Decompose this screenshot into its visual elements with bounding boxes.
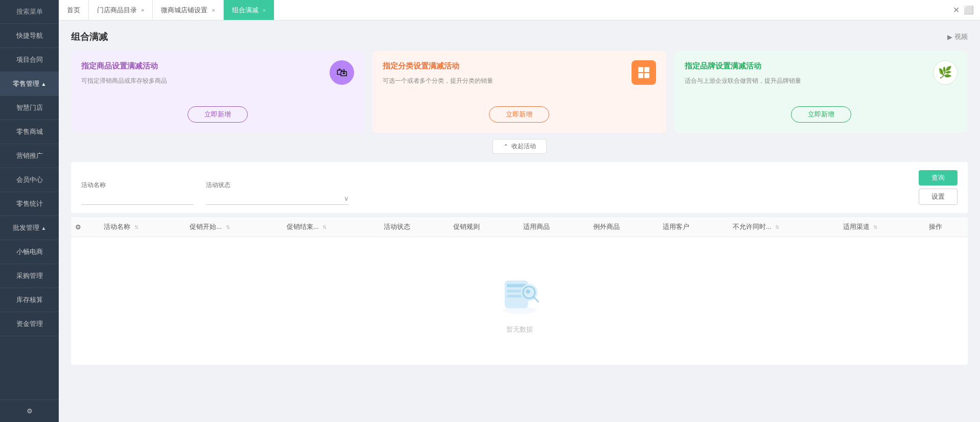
sidebar-search[interactable]: 搜索菜单 [0,0,59,24]
chevron-up-icon: ⌃ [503,143,508,150]
th-excluded-goods: 例外商品 [589,217,659,237]
data-table-wrapper: ⚙ 活动名称 ⇅ 促销开始... ⇅ 促销结束... ⇅ [71,217,968,365]
tab-combo-discount[interactable]: 组合满减× [224,0,274,20]
th-operation: 操作 [925,217,968,237]
content-area: 组合满减 ▶ 视频 🛍 指定商品设置满减活动 可指定滞销商品或库存较多商品 立即… [59,20,980,422]
card-category-icon [632,60,656,85]
gear-icon: ⚙ [27,407,33,415]
chevron-down-icon: ∨ [344,195,349,202]
video-link[interactable]: ▶ 视频 [947,32,968,41]
tab-store-catalog[interactable]: 门店商品目录× [89,0,153,20]
activity-name-field: 活动名称 [81,181,194,205]
th-applicable-channel: 适用渠道 ⇅ [839,217,925,237]
sort-icon-no-concurrent[interactable]: ⇅ [775,224,779,230]
card-brand-icon: 🌿 [933,60,958,85]
settings-button[interactable]: 设置 [919,189,958,205]
empty-state-icon [494,268,545,319]
th-no-concurrent-label: 不允许同时... [733,223,772,230]
tabbar-actions: ✕ ⬜ [947,5,980,15]
page-header: 组合满减 ▶ 视频 [71,31,968,43]
svg-rect-2 [638,73,643,78]
card-product-title: 指定商品设置满减活动 [81,61,354,71]
sidebar-item-wholesale-mgmt[interactable]: 批发管理▲ [0,216,59,240]
sidebar-item-membership[interactable]: 会员中心 [0,168,59,192]
svg-point-12 [526,290,530,294]
table-header: ⚙ 活动名称 ⇅ 促销开始... ⇅ 促销结束... ⇅ [71,217,968,237]
tab-label-store-catalog: 门店商品目录 [97,6,137,15]
sidebar-item-retail-mgmt[interactable]: 零售管理▲ [0,72,59,96]
svg-rect-1 [644,67,649,72]
data-table: ⚙ 活动名称 ⇅ 促销开始... ⇅ 促销结束... ⇅ [71,217,968,237]
tab-close-wechat-store[interactable]: × [212,7,215,13]
sidebar-item-inventory[interactable]: 库存核算 [0,288,59,312]
sort-icon-promo-end[interactable]: ⇅ [322,224,326,230]
collapse-label: 收起活动 [511,142,536,151]
sort-icon-activity-name[interactable]: ⇅ [134,224,138,230]
card-brand-add-button[interactable]: 立即新增 [791,106,851,123]
card-category-add-button[interactable]: 立即新增 [489,106,549,123]
sidebar-footer-settings[interactable]: ⚙ [0,400,59,422]
tab-label-home: 首页 [67,6,80,15]
close-window-button[interactable]: ✕ [953,5,960,15]
th-activity-name-label: 活动名称 [104,223,130,230]
card-brand-desc: 适合与上游企业联合做营销，提升品牌销量 [685,76,876,86]
sidebar-item-smart-store[interactable]: 智慧门店 [0,96,59,120]
collapse-bar: ⌃ 收起活动 [71,139,968,154]
play-circle-icon: ▶ [947,33,952,41]
card-category-title: 指定分类设置满减活动 [383,61,656,71]
th-promo-start: 促销开始... ⇅ [185,217,283,237]
th-no-concurrent: 不允许同时... ⇅ [729,217,839,237]
tabbar: 首页门店商品目录×微商城店铺设置×组合满减× ✕ ⬜ [59,0,980,20]
activity-name-label: 活动名称 [81,181,194,190]
tab-label-wechat-store: 微商城店铺设置 [161,6,207,15]
tab-home[interactable]: 首页 [59,0,89,20]
filter-row: 活动名称 活动状态 ∨ 查询 设置 [71,162,968,213]
sort-icon-channel[interactable]: ⇅ [873,224,877,230]
sidebar-item-quick-nav[interactable]: 快捷导航 [0,24,59,48]
card-category-desc: 可选一个或者多个分类，提升分类的销量 [383,76,574,86]
th-promo-rule: 促销规则 [449,217,519,237]
sidebar: 搜索菜单 快捷导航项目合同零售管理▲智慧门店零售商城营销推广会员中心零售统计批发… [0,0,59,422]
sidebar-item-retail-mall[interactable]: 零售商城 [0,120,59,144]
query-button[interactable]: 查询 [919,170,958,185]
card-brand: 🌿 指定品牌设置满减活动 适合与上游企业联合做营销，提升品牌销量 立即新增 [674,51,968,133]
activity-status-label: 活动状态 [206,181,349,190]
th-applicable-goods: 适用商品 [519,217,589,237]
main-area: 首页门店商品目录×微商城店铺设置×组合满减× ✕ ⬜ 组合满减 ▶ 视频 🛍 指… [59,0,980,422]
card-product: 🛍 指定商品设置满减活动 可指定滞销商品或库存较多商品 立即新增 [71,51,364,133]
sidebar-item-retail-stats[interactable]: 零售统计 [0,192,59,216]
th-activity-status: 活动状态 [380,217,450,237]
sidebar-item-marketing[interactable]: 营销推广 [0,144,59,168]
card-product-desc: 可指定滞销商品或库存较多商品 [81,76,272,86]
th-promo-end: 促销结束... ⇅ [283,217,380,237]
card-product-add-button[interactable]: 立即新增 [188,106,248,123]
th-applicable-customer: 适用客户 [659,217,729,237]
tab-label-combo-discount: 组合满减 [232,6,259,15]
chevron-down-icon: ▲ [41,225,46,231]
svg-rect-7 [507,290,522,292]
video-link-label: 视频 [954,32,968,41]
filter-actions: 查询 设置 [919,170,958,205]
tab-close-combo-discount[interactable]: × [263,7,266,13]
card-brand-title: 指定品牌设置满减活动 [685,61,958,71]
empty-state-text: 暂无数据 [506,325,533,334]
promo-cards-row: 🛍 指定商品设置满减活动 可指定滞销商品或库存较多商品 立即新增 指定分类设置满… [71,51,968,133]
expand-window-button[interactable]: ⬜ [964,5,974,15]
th-promo-start-label: 促销开始... [190,223,222,230]
sidebar-item-purchase-mgmt[interactable]: 采购管理 [0,264,59,288]
activity-status-field: 活动状态 ∨ [206,181,349,205]
sort-icon-promo-start[interactable]: ⇅ [226,224,230,230]
tab-wechat-store[interactable]: 微商城店铺设置× [153,0,223,20]
th-promo-end-label: 促销结束... [287,223,319,230]
tab-close-store-catalog[interactable]: × [141,7,144,13]
sidebar-item-finance[interactable]: 资金管理 [0,312,59,336]
activity-status-select[interactable]: ∨ [206,193,349,205]
th-gear: ⚙ [71,217,100,237]
table-gear-icon[interactable]: ⚙ [75,223,81,231]
collapse-activities-button[interactable]: ⌃ 收起活动 [493,139,547,154]
sidebar-item-xiaochang-ec[interactable]: 小畅电商 [0,240,59,264]
th-activity-name: 活动名称 ⇅ [100,217,185,237]
activity-name-input[interactable] [81,193,194,205]
svg-rect-3 [644,73,649,78]
sidebar-item-project-contract[interactable]: 项目合同 [0,48,59,72]
